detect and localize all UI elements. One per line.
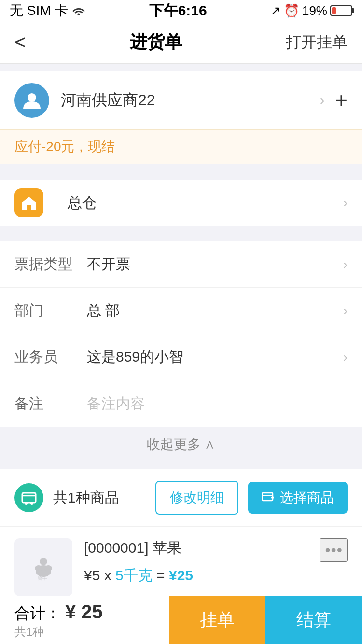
dept-row[interactable]: 部门 总 部 › [0,288,362,334]
svg-text:鲁牛: 鲁牛 [38,575,47,581]
svg-point-0 [78,14,80,16]
dept-value: 总 部 [87,301,343,321]
back-button[interactable]: < [14,31,26,53]
edit-detail-button[interactable]: 修改明细 [155,481,238,515]
product-details: [0000001] 苹果 ¥5 x 5千克 = ¥25 [84,538,308,586]
status-carrier: 无 SIM 卡 [10,1,85,20]
divider-1 [0,64,362,71]
cart-icon [20,489,38,506]
supplier-avatar [14,83,49,118]
warehouse-icon [20,194,38,211]
dept-chevron-icon: › [343,303,348,319]
bottom-bar: 合计： ¥ 25 共1种 挂单 结算 [0,596,362,644]
form-section: 票据类型 不开票 › 部门 总 部 › 业务员 这是859的小智 › 备注 备注… [0,241,362,427]
suspend-button[interactable]: 挂单 [169,596,265,644]
svg-rect-2 [27,205,31,210]
open-suspend-button[interactable]: 打开挂单 [286,32,348,53]
sales-label: 业务员 [14,347,72,367]
sales-value: 这是859的小智 [87,347,343,367]
divider-2 [0,164,362,172]
status-time: 下午6:16 [149,1,207,21]
warehouse-name: 总仓 [68,193,343,213]
remark-label: 备注 [14,394,72,414]
status-indicators: ↗ ⏰ 19% [270,3,352,18]
battery-text: 19% [302,3,327,18]
supplier-chevron-icon: › [320,93,324,108]
divider-3 [0,226,362,234]
products-count: 共1种商品 [53,488,146,508]
total-section: 合计： ¥ 25 共1种 [0,596,169,644]
wifi-icon [72,6,85,15]
product-thumbnail: 鲁牛 [14,538,72,596]
supplier-alert: 应付-20元，现结 [0,129,362,164]
total-row: 合计： ¥ 25 [14,601,154,624]
add-supplier-button[interactable]: + [335,90,348,111]
svg-rect-3 [22,493,36,503]
alarm-icon: ⏰ [284,3,299,18]
svg-rect-6 [262,493,273,501]
product-more-button[interactable]: ••• [320,538,348,562]
sales-chevron-icon: › [343,350,348,365]
supplier-name[interactable]: 河南供应商22 [61,90,320,111]
collapse-label: 收起更多 ∧ [147,435,216,454]
svg-point-5 [30,502,33,505]
product-placeholder-icon: 鲁牛 [29,553,58,582]
svg-point-11 [35,565,42,571]
product-price: ¥5 x 5千克 = ¥25 [84,566,308,586]
invoice-chevron-icon: › [343,257,348,272]
svg-point-4 [25,502,28,505]
total-label: 合计： [14,604,61,622]
svg-point-9 [40,558,47,565]
supplier-row: 河南供应商22 › + [0,71,362,129]
remark-input[interactable]: 备注内容 [87,394,348,414]
nav-bar: < 进货单 打开挂单 [0,21,362,64]
total-count: 共1种 [14,624,154,640]
products-header: 共1种商品 修改明细 选择商品 [0,469,362,527]
select-product-icon [262,491,275,504]
total-amount: ¥ 25 [65,601,103,622]
remark-row[interactable]: 备注 备注内容 [0,380,362,427]
products-icon-bg [14,483,43,512]
sales-row[interactable]: 业务员 这是859的小智 › [0,334,362,380]
invoice-label: 票据类型 [14,254,72,274]
product-name: [0000001] 苹果 [84,538,308,558]
warehouse-section: 总仓 › [0,180,362,226]
battery-icon [330,5,352,16]
invoice-row[interactable]: 票据类型 不开票 › [0,241,362,288]
select-product-button[interactable]: 选择商品 [248,482,348,514]
dept-label: 部门 [14,301,72,321]
checkout-button[interactable]: 结算 [265,596,362,644]
invoice-value: 不开票 [87,254,343,274]
collapse-button[interactable]: 收起更多 ∧ [0,427,362,462]
warehouse-icon-bg [14,188,43,217]
svg-point-12 [44,565,52,571]
status-bar: 无 SIM 卡 下午6:16 ↗ ⏰ 19% [0,0,362,21]
svg-point-1 [28,93,36,102]
person-icon [21,90,42,111]
warehouse-chevron-icon: › [343,195,348,210]
supplier-section: 河南供应商22 › + 应付-20元，现结 [0,71,362,164]
location-icon: ↗ [270,3,281,18]
page-title: 进货单 [130,30,182,54]
warehouse-row[interactable]: 总仓 › [0,180,362,226]
